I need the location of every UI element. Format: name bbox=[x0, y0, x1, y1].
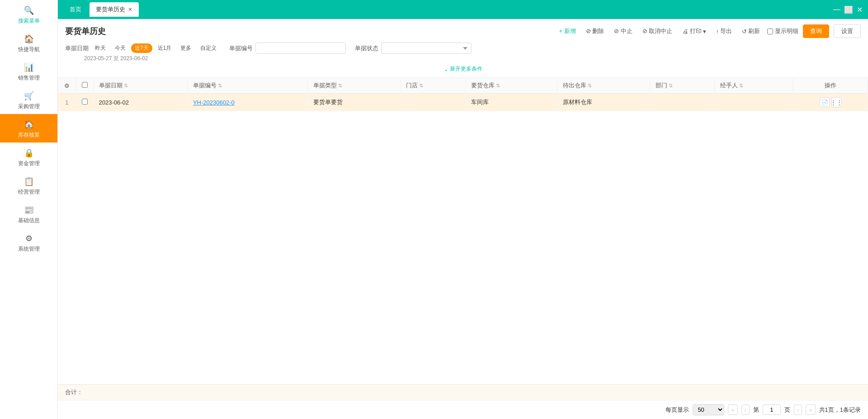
sidebar-item-baseinfo[interactable]: 📰 基础信息 bbox=[0, 200, 57, 228]
billno-link[interactable]: YH-20230602-0 bbox=[193, 99, 235, 106]
row-more-button[interactable]: ⋮⋮ bbox=[831, 97, 841, 107]
status-select[interactable] bbox=[381, 43, 472, 54]
sidebar-item-label: 资金管理 bbox=[18, 160, 40, 167]
col-req-warehouse[interactable]: 要货仓库 bbox=[465, 78, 557, 94]
setting-button[interactable]: 设置 bbox=[834, 24, 861, 38]
sidebar-item-label: 系统管理 bbox=[18, 245, 40, 253]
window-maximize-button[interactable]: ⬜ bbox=[844, 5, 853, 14]
lock-icon: 🔒 bbox=[24, 148, 34, 158]
shortcut-yesterday[interactable]: 昨天 bbox=[91, 43, 109, 53]
delete-button[interactable]: ⊘ 删除 bbox=[583, 25, 607, 37]
cell-req-warehouse: 车间库 bbox=[465, 94, 557, 111]
sidebar-item-label: 采购管理 bbox=[18, 103, 40, 110]
filter-billno: 单据编号 bbox=[229, 43, 346, 54]
page-number-input[interactable] bbox=[763, 405, 781, 415]
gear-icon: ⚙ bbox=[25, 233, 33, 243]
sidebar-item-quicknav[interactable]: 🏠 快捷导航 bbox=[0, 29, 57, 57]
sidebar-item-finance[interactable]: 🔒 资金管理 bbox=[0, 143, 57, 171]
col-pending-warehouse[interactable]: 待出仓库 bbox=[557, 78, 650, 94]
col-operation: 操作 bbox=[793, 78, 868, 94]
row-edit-button[interactable]: 📄 bbox=[820, 97, 830, 107]
col-store[interactable]: 门店 bbox=[401, 78, 466, 94]
table-row: 1 2023-06-02 YH-20230602-0 要货单要货 车间库 原材料… bbox=[58, 94, 868, 111]
refresh-button[interactable]: ↺ 刷新 bbox=[739, 25, 763, 37]
select-all-checkbox[interactable] bbox=[82, 82, 88, 88]
sidebar-item-inventory[interactable]: 🏠 库存核算 bbox=[0, 114, 57, 143]
page-title: 要货单历史 bbox=[65, 26, 106, 37]
col-date[interactable]: 单据日期 bbox=[93, 78, 187, 94]
date-filter-label: 单据日期 bbox=[65, 44, 89, 52]
first-page-button[interactable]: « bbox=[728, 405, 737, 415]
col-department[interactable]: 部门 bbox=[650, 78, 715, 94]
sidebar-item-operations[interactable]: 📋 经营管理 bbox=[0, 171, 57, 200]
last-page-button[interactable]: » bbox=[806, 405, 815, 415]
status-label: 单据状态 bbox=[355, 44, 378, 52]
shortcut-more[interactable]: 更多 bbox=[177, 43, 195, 53]
tab-close-icon[interactable]: ✕ bbox=[128, 6, 132, 13]
content-area: 要货单历史 + 新增 ⊘ 删除 ⊘ 中止 ⊘ 取消中止 🖨 打印 ▾ ↑ 导出 … bbox=[58, 19, 868, 419]
pagination: 每页显示 20 50 100 200 « ‹ 第 页 › » 共1页，1条记录 bbox=[58, 400, 868, 419]
cell-pending-warehouse: 原材料仓库 bbox=[557, 94, 650, 111]
prev-page-button[interactable]: ‹ bbox=[741, 405, 750, 415]
sidebar-item-search[interactable]: 🔍 搜索菜单 bbox=[0, 0, 57, 29]
window-close-button[interactable]: ✕ bbox=[857, 5, 863, 14]
date-shortcuts: 昨天 今天 近7天 近1月 更多 自定义 bbox=[91, 43, 220, 53]
page-size-label: 每页显示 bbox=[665, 406, 689, 414]
col-billno[interactable]: 单据编号 bbox=[187, 78, 307, 94]
cell-billtype: 要货单要货 bbox=[308, 94, 401, 111]
page-header: 要货单历史 + 新增 ⊘ 删除 ⊘ 中止 ⊘ 取消中止 🖨 打印 ▾ ↑ 导出 … bbox=[58, 19, 868, 38]
newspaper-icon: 📰 bbox=[24, 205, 34, 215]
expand-down-icon: ⌄ bbox=[444, 66, 448, 72]
sidebar-item-label: 基础信息 bbox=[18, 217, 40, 224]
sidebar-item-label: 快捷导航 bbox=[18, 46, 40, 53]
sidebar-item-label: 搜索菜单 bbox=[18, 17, 40, 25]
tab-requisition-history[interactable]: 要货单历史 ✕ bbox=[90, 2, 139, 17]
export-label: 导出 bbox=[720, 27, 732, 35]
refresh-label: 刷新 bbox=[748, 27, 760, 35]
col-check bbox=[76, 78, 93, 94]
sidebar-item-label: 销售管理 bbox=[18, 74, 40, 82]
row-checkbox[interactable] bbox=[82, 99, 88, 105]
page-jump-label: 第 bbox=[753, 406, 759, 414]
cell-billno[interactable]: YH-20230602-0 bbox=[187, 94, 307, 111]
expand-more-button[interactable]: ⌄ 展开更多条件 bbox=[444, 65, 482, 73]
sidebar-item-sales[interactable]: 📊 销售管理 bbox=[0, 57, 57, 86]
refresh-icon: ↺ bbox=[742, 28, 747, 35]
cell-date: 2023-06-02 bbox=[93, 94, 187, 111]
topbar: 首页 要货单历史 ✕ — ⬜ ✕ bbox=[58, 0, 868, 19]
col-billtype[interactable]: 单据类型 bbox=[308, 78, 401, 94]
col-settings: ⚙ bbox=[58, 78, 76, 94]
warehouse-icon: 🏠 bbox=[24, 119, 34, 129]
query-button[interactable]: 查询 bbox=[803, 24, 829, 38]
page-jump-unit: 页 bbox=[784, 406, 790, 414]
data-table: ⚙ 单据日期 单据编号 单据类型 门店 要货仓库 待出仓库 部门 经手人 操作 bbox=[58, 78, 868, 111]
cancel-suspend-button[interactable]: ⊘ 取消中止 bbox=[640, 25, 675, 37]
expand-more-area: ⌄ 展开更多条件 bbox=[65, 65, 861, 73]
window-minimize-button[interactable]: — bbox=[833, 5, 840, 14]
show-detail-toggle[interactable]: 显示明细 bbox=[767, 27, 798, 35]
table-area: ⚙ 单据日期 单据编号 单据类型 门店 要货仓库 待出仓库 部门 经手人 操作 bbox=[58, 78, 868, 384]
cell-operation: 📄 ⋮⋮ bbox=[793, 94, 868, 111]
sidebar: 🔍 搜索菜单 🏠 快捷导航 📊 销售管理 🛒 采购管理 🏠 库存核算 🔒 资金管… bbox=[0, 0, 58, 419]
shortcut-custom[interactable]: 自定义 bbox=[197, 43, 220, 53]
shortcut-today[interactable]: 今天 bbox=[111, 43, 129, 53]
export-button[interactable]: ↑ 导出 bbox=[713, 25, 735, 37]
filter-date: 单据日期 昨天 今天 近7天 近1月 更多 自定义 bbox=[65, 43, 220, 53]
print-label: 打印 bbox=[690, 27, 702, 35]
topbar-right-actions: — ⬜ ✕ bbox=[833, 5, 863, 14]
show-detail-checkbox[interactable] bbox=[767, 29, 773, 34]
shortcut-1month[interactable]: 近1月 bbox=[154, 43, 175, 53]
clipboard-icon: 📋 bbox=[24, 176, 34, 186]
print-button[interactable]: 🖨 打印 ▾ bbox=[680, 25, 709, 37]
billno-input[interactable] bbox=[255, 43, 346, 54]
sidebar-item-purchase[interactable]: 🛒 采购管理 bbox=[0, 86, 57, 114]
col-handler[interactable]: 经手人 bbox=[715, 78, 793, 94]
tab-home[interactable]: 首页 bbox=[63, 2, 88, 17]
sidebar-item-system[interactable]: ⚙ 系统管理 bbox=[0, 228, 57, 257]
print-dropdown-icon: ▾ bbox=[703, 28, 706, 35]
page-size-select[interactable]: 20 50 100 200 bbox=[693, 404, 724, 415]
next-page-button[interactable]: › bbox=[794, 405, 802, 415]
new-button[interactable]: + 新增 bbox=[556, 25, 578, 37]
suspend-button[interactable]: ⊘ 中止 bbox=[611, 25, 635, 37]
shortcut-7days[interactable]: 近7天 bbox=[131, 43, 152, 53]
